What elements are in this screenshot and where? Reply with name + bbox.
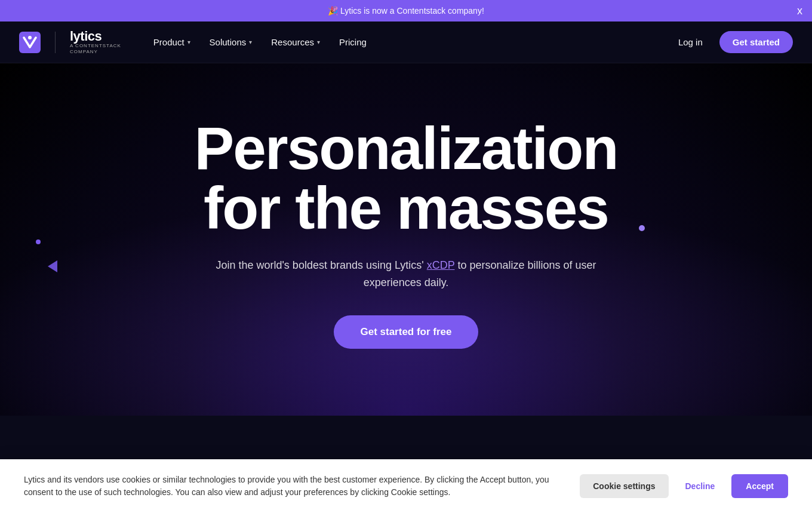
hero-section: Personalization for the masses Join the … [0,63,812,416]
navbar: lytics A CONTENTSTACKCOMPANY Product ▾ S… [0,21,812,63]
announcement-bar: 🎉 Lytics is now a Contentstack company! … [0,0,812,21]
deco-dot-2 [639,225,645,231]
svg-rect-0 [19,32,41,53]
hero-title: Personalization for the masses [194,118,617,238]
hero-cta-button[interactable]: Get started for free [334,315,478,349]
logo-link[interactable]: lytics A CONTENTSTACKCOMPANY [19,30,121,54]
product-chevron-icon: ▾ [187,39,190,45]
svg-point-1 [28,36,32,39]
nav-resources[interactable]: Resources ▾ [263,32,328,52]
logo-icon [19,32,41,53]
hero-subtitle: Join the world's boldest brands using Ly… [215,257,597,291]
logo-divider [55,32,56,53]
nav-product[interactable]: Product ▾ [145,32,199,52]
deco-triangle [48,260,57,272]
logo-text-block: lytics A CONTENTSTACKCOMPANY [70,30,121,54]
deco-dot-1 [36,239,41,244]
announcement-text: 🎉 Lytics is now a Contentstack company! [328,6,484,16]
announcement-close-button[interactable]: x [797,5,802,16]
solutions-chevron-icon: ▾ [249,39,252,45]
logo-sub: A CONTENTSTACKCOMPANY [70,43,121,54]
nav-solutions[interactable]: Solutions ▾ [201,32,261,52]
logo-name: lytics [70,30,121,43]
resources-chevron-icon: ▾ [317,39,320,45]
nav-links: Product ▾ Solutions ▾ Resources ▾ Pricin… [145,32,669,52]
login-button[interactable]: Log in [669,32,712,52]
nav-pricing[interactable]: Pricing [331,32,375,52]
get-started-nav-button[interactable]: Get started [719,31,793,53]
nav-actions: Log in Get started [669,31,793,53]
xcdp-link[interactable]: xCDP [427,259,455,271]
